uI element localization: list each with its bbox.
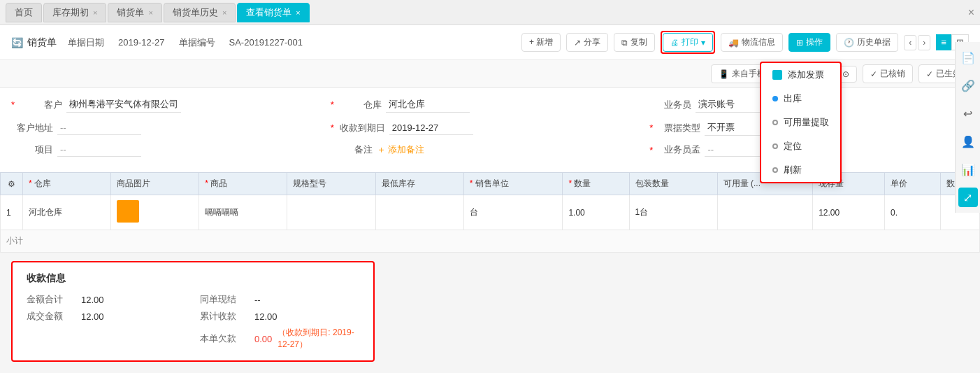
col-price: 单价 <box>885 173 941 195</box>
tab-inventory-close[interactable]: × <box>93 8 97 17</box>
plus-icon: ＋ <box>377 144 386 155</box>
subtotal-row: 小计 <box>1 230 980 253</box>
col-settings: ⚙ <box>1 173 23 195</box>
tab-view-sales[interactable]: 查看销货单 × <box>237 3 309 22</box>
tab-view-sales-close[interactable]: × <box>296 8 300 17</box>
product-image <box>117 200 139 223</box>
products-table: ⚙ * 仓库 商品图片 * 商品 规格型号 最低库存 * 销售单位 * 数量 包… <box>0 172 980 253</box>
doc-icon: 🔄 <box>11 37 23 48</box>
main-close-button[interactable]: × <box>968 6 974 19</box>
row-num: 1 <box>1 195 23 230</box>
add-invoice-item[interactable]: 添加发票 <box>761 63 840 87</box>
due-date-label: 收款到期日 <box>340 122 385 134</box>
due-date-field: * 收款到期日 2019-12-27 <box>331 121 650 135</box>
col-min-stock: 最低库存 <box>375 173 463 195</box>
row-min-stock <box>375 195 463 230</box>
cancelled-button[interactable]: ✓ 已核销 <box>863 64 913 83</box>
note-field: 备注 ＋ 添加备注 <box>331 143 650 156</box>
tab-home[interactable]: 首页 <box>6 3 42 22</box>
doc-actions: + 新增 ↗ 分享 ⧉ 复制 🖨 打印 ▾ 🚚 物流信息 ⊞ <box>521 31 969 54</box>
doc-meta: 单据日期 2019-12-27 单据编号 SA-20191227-001 <box>68 36 303 49</box>
col-product: * 商品 <box>199 173 287 195</box>
nav-prev-button[interactable]: ‹ <box>904 35 916 50</box>
same-order-label: 同单现结 <box>200 293 249 306</box>
sidebar-user-icon[interactable]: 👤 <box>958 132 978 151</box>
tab-history-close[interactable]: × <box>222 8 226 17</box>
refresh-label: 刷新 <box>784 164 802 176</box>
warehouse-field: * 仓库 河北仓库 <box>331 97 650 113</box>
nav-next-button[interactable]: › <box>918 35 930 50</box>
warehouse-value[interactable]: 河北仓库 <box>386 97 470 113</box>
sidebar-return-icon[interactable]: ↩ <box>958 104 978 123</box>
warehouse-label: 仓库 <box>340 99 382 111</box>
history-label: 历史单据 <box>857 36 891 48</box>
same-order-value: -- <box>254 295 261 305</box>
print-icon: 🖨 <box>670 38 679 48</box>
available-extract-icon <box>772 120 778 125</box>
available-extract-item[interactable]: 可用量提取 <box>761 111 840 134</box>
customer-value[interactable]: 柳州粤港平安气体有限公司 <box>66 97 181 113</box>
copy-button[interactable]: ⧉ 复制 <box>614 33 655 52</box>
stock-out-icon <box>772 96 778 101</box>
copy-label: 复制 <box>630 36 647 48</box>
tab-sales-label: 销货单 <box>117 6 144 19</box>
doc-title-text: 销货单 <box>27 36 57 49</box>
col-qty: * 数量 <box>563 173 629 195</box>
row-product: 嗝嗝嗝嗝 <box>199 195 287 230</box>
no-label: 单据编号 <box>179 36 215 49</box>
page-wrapper: 首页 库存期初 × 销货单 × 销货单历史 × 查看销货单 × × 🔄 销货单 … <box>0 0 980 373</box>
add-note-label: 添加备注 <box>388 144 424 155</box>
payment-grid: 金额合计 12.00 同单现结 -- 成交金额 12.00 累计收款 12.00… <box>27 293 359 351</box>
history-button[interactable]: 🕐 历史单据 <box>836 33 898 52</box>
sidebar-doc-icon[interactable]: 📄 <box>958 48 978 67</box>
balance-extra: （收款到期日: 2019-12-27） <box>278 327 359 351</box>
new-button[interactable]: + 新增 <box>521 33 561 52</box>
tab-history[interactable]: 销货单历史 × <box>164 3 236 22</box>
stock-out-item[interactable]: 出库 <box>761 87 840 111</box>
history-icon: 🕐 <box>844 38 854 48</box>
add-note-button[interactable]: ＋ 添加备注 <box>377 143 425 156</box>
row-warehouse: 河北仓库 <box>23 195 111 230</box>
payment-row-3b: 本单欠款 0.00 （收款到期日: 2019-12-27） <box>200 327 359 351</box>
tab-sales-close[interactable]: × <box>148 8 152 17</box>
deal-amount-value: 12.00 <box>81 311 104 322</box>
total-label: 金额合计 <box>27 293 75 306</box>
total-value: 12.00 <box>81 295 104 305</box>
ticket-required: * <box>649 122 653 133</box>
available-extract-label: 可用量提取 <box>784 116 829 129</box>
sidebar-expand-icon[interactable]: ⤢ <box>958 188 978 207</box>
phone-icon: 📱 <box>719 69 729 79</box>
share-label: 分享 <box>584 36 600 48</box>
cancelled-label: 已核销 <box>880 68 905 80</box>
row-stock: 12.00 <box>813 195 885 230</box>
project-field: 项目 -- <box>11 143 331 157</box>
row-qty: 1.00 <box>563 195 629 230</box>
project-label: 项目 <box>11 143 53 156</box>
doc-title: 🔄 销货单 <box>11 36 57 49</box>
address-field: 客户地址 -- <box>11 121 331 135</box>
due-date-value[interactable]: 2019-12-27 <box>389 121 473 135</box>
view-list-button[interactable]: ≡ <box>936 34 951 50</box>
logistics-icon: 🚚 <box>728 38 739 48</box>
operation-button[interactable]: ⊞ 操作 <box>788 33 830 52</box>
refresh-item[interactable]: 刷新 <box>761 158 840 182</box>
sidebar-chart-icon[interactable]: 📊 <box>958 160 978 179</box>
tab-sales[interactable]: 销货单 × <box>108 3 161 22</box>
deal-amount-label: 成交金额 <box>27 310 75 323</box>
due-date-required: * <box>331 122 334 133</box>
locate-item[interactable]: 定位 <box>761 134 840 158</box>
print-button[interactable]: 🖨 打印 ▾ <box>663 33 713 52</box>
col-pack: 包装数量 <box>629 173 717 195</box>
no-value: SA-20191227-001 <box>229 37 303 48</box>
address-label: 客户地址 <box>11 122 53 134</box>
logistics-button[interactable]: 🚚 物流信息 <box>721 33 783 52</box>
right-sidebar: 📄 🔗 ↩ 👤 📊 ⤢ <box>955 42 980 213</box>
customer-required: * <box>11 99 15 110</box>
sidebar-link-icon[interactable]: 🔗 <box>958 76 978 95</box>
tab-inventory[interactable]: 库存期初 × <box>43 3 106 22</box>
share-button[interactable]: ↗ 分享 <box>566 33 608 52</box>
row-spec <box>287 195 375 230</box>
row-available <box>717 195 813 230</box>
operation-icon: ⊞ <box>796 38 803 48</box>
address-value: -- <box>57 121 141 135</box>
